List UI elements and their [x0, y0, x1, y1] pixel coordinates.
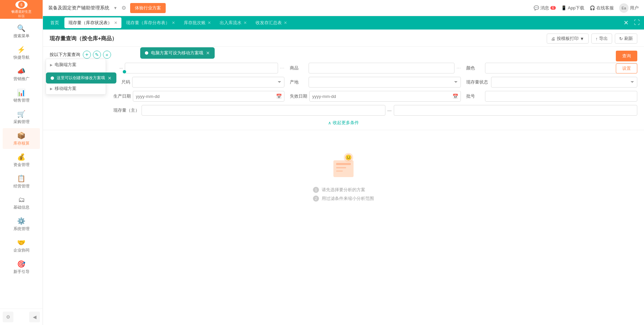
- sidebar-item-label: 库存核算: [13, 141, 30, 146]
- stock-main-start[interactable]: [142, 105, 385, 116]
- tab-label: 出入库流水: [220, 20, 241, 26]
- management-icon: 📋: [17, 174, 25, 182]
- tab-batch[interactable]: 库存批次账 ✕: [180, 17, 215, 28]
- export-btn[interactable]: ↑ 导出: [591, 34, 612, 44]
- sidebar-menu: 🔍 搜索菜单 ⚡ 快捷导航 📣 营销推广 📊 销售管理 🛒 采购管理 📦 库存核…: [0, 19, 43, 309]
- sidebar-item-basic[interactable]: 🗂 基础信息: [3, 193, 40, 213]
- sidebar-item-collab[interactable]: 🤝 企业协同: [3, 235, 40, 256]
- app-download-item[interactable]: 📱 App下载: [561, 5, 584, 11]
- brand-text: 畅通道好生意: [11, 9, 32, 14]
- sidebar-item-search[interactable]: 🔍 搜索菜单: [3, 21, 40, 42]
- calendar-icon-2: 📅: [452, 94, 458, 99]
- tooltip-close-btn-1[interactable]: ✕: [206, 50, 210, 56]
- sidebar-item-inventory[interactable]: 📦 库存核算: [3, 128, 40, 149]
- goods-input[interactable]: [125, 63, 278, 73]
- avatar: Ea: [619, 3, 629, 13]
- tab-fullscreen-icon[interactable]: ⛶: [633, 18, 641, 28]
- stock-main-end[interactable]: [394, 105, 638, 116]
- sidebar-item-guide[interactable]: 🎯 新手引导: [3, 257, 40, 277]
- sidebar-item-system[interactable]: ⚙️ 系统管理: [3, 214, 40, 234]
- sidebar-item-label: 资金管理: [13, 162, 30, 168]
- basic-icon: 🗂: [18, 196, 25, 204]
- tooltip-dot: [145, 51, 148, 55]
- filter-label: 按以下方案查询: [50, 52, 80, 58]
- message-item[interactable]: 💬 消息 6: [534, 5, 556, 11]
- main-area: 装备及固定资产辅助管理系统 ▼ ⚙ 体验行业方案 💬 消息 6 📱 App下载 …: [43, 0, 644, 325]
- connector-dot-1: [123, 70, 126, 73]
- size-select[interactable]: [132, 77, 284, 88]
- sidebar-settings-btn[interactable]: ⚙: [3, 312, 13, 322]
- refresh-btn[interactable]: ↻ 刷新: [615, 34, 637, 44]
- sidebar-item-sales[interactable]: 📊 销售管理: [3, 85, 40, 106]
- tab-close-all-icon[interactable]: ✕: [622, 18, 630, 28]
- tooltip-dot-2: [51, 76, 54, 80]
- system-icon: ⚙️: [17, 217, 25, 225]
- mfg-date-input[interactable]: [133, 91, 284, 102]
- online-service-item[interactable]: 🎧 在线客服: [590, 5, 614, 11]
- print-btn[interactable]: 🖨 按模板打印 ▼: [547, 34, 589, 44]
- sidebar-item-label: 销售管理: [13, 98, 30, 103]
- origin-select[interactable]: [309, 77, 461, 88]
- collab-icon: 🤝: [17, 238, 25, 247]
- tab-close-icon[interactable]: ✕: [284, 20, 287, 25]
- refresh-icon: ↻: [619, 36, 623, 41]
- goods-value-input[interactable]: [309, 63, 454, 73]
- goods-field-label: 商品: [290, 65, 307, 71]
- expiry-date-input[interactable]: [309, 91, 461, 102]
- scheme-parent-mobile[interactable]: ▶ 移动端方案: [46, 83, 106, 94]
- sidebar-item-label: 基础信息: [13, 205, 30, 210]
- user-label: 用户: [630, 5, 639, 11]
- tab-label: 现存量（库存状况表）: [68, 20, 112, 26]
- page-title: 现存量查询（按仓库+商品）: [50, 35, 117, 42]
- tab-inout-flow[interactable]: 出入库流水 ✕: [216, 17, 251, 28]
- stock-range-dash: —: [387, 108, 392, 113]
- export-label: 导出: [599, 36, 608, 42]
- sidebar-item-nav[interactable]: ⚡ 快捷导航: [3, 42, 40, 63]
- goods-field-dots: ···: [457, 65, 461, 71]
- expiry-date-label: 失效日期: [290, 93, 307, 99]
- color-select[interactable]: [485, 63, 637, 73]
- content-area: 现存量查询（按仓库+商品） 🖨 按模板打印 ▼ ↑ 导出 ↻ 刷新: [43, 30, 644, 325]
- tip-num-2: 2: [313, 196, 319, 202]
- set-btn[interactable]: 设置: [616, 63, 637, 73]
- tab-inventory-dist[interactable]: 现存量（库存分布表） ✕: [122, 17, 179, 28]
- tab-home[interactable]: 首页: [46, 17, 64, 28]
- tab-close-icon[interactable]: ✕: [172, 20, 175, 25]
- back-scheme-btn[interactable]: «: [103, 51, 111, 59]
- batch-input[interactable]: [485, 91, 637, 102]
- system-title: 装备及固定资产辅助管理系统: [48, 5, 109, 11]
- tab-close-icon[interactable]: ✕: [114, 20, 117, 25]
- top-bar-left: 装备及固定资产辅助管理系统 ▼ ⚙ 体验行业方案: [48, 3, 166, 13]
- sidebar-item-marketing[interactable]: 📣 营销推广: [3, 64, 40, 85]
- tab-summary[interactable]: 收发存汇总表 ✕: [252, 17, 291, 28]
- sidebar-item-purchase[interactable]: 🛒 采购管理: [3, 107, 40, 127]
- finance-icon: 💰: [17, 153, 25, 161]
- desktop-scheme-label: 电脑端方案: [55, 62, 76, 68]
- stock-status-select[interactable]: [491, 77, 637, 88]
- tooltip-close-btn-2[interactable]: ✕: [108, 75, 112, 81]
- print-dropdown-icon: ▼: [580, 36, 584, 41]
- collapse-btn[interactable]: ∧ 收起更多条件: [50, 120, 637, 126]
- tab-close-icon[interactable]: ✕: [244, 20, 247, 25]
- tab-bar: 首页 现存量（库存状况表） ✕ 现存量（库存分布表） ✕ 库存批次账 ✕ 出入库…: [43, 16, 644, 30]
- query-btn[interactable]: 查询: [616, 51, 637, 61]
- industry-btn[interactable]: 体验行业方案: [130, 3, 166, 13]
- collapse-label: 收起更多条件: [333, 120, 359, 126]
- edit-scheme-btn[interactable]: ✎: [93, 51, 101, 59]
- add-scheme-btn[interactable]: +: [83, 51, 91, 59]
- tab-inventory-status[interactable]: 现存量（库存状况表） ✕: [64, 17, 121, 28]
- system-title-dropdown[interactable]: ▼: [113, 6, 117, 10]
- settings-icon[interactable]: ⚙: [121, 5, 126, 11]
- filter-fields-area: ··· ··· 商品 ··· 颜色: [113, 63, 637, 116]
- phone-icon: 📱: [561, 5, 567, 10]
- page-header: 现存量查询（按仓库+商品） 🖨 按模板打印 ▼ ↑ 导出 ↻ 刷新: [43, 30, 644, 47]
- sidebar-collapse-btn[interactable]: ◀: [29, 312, 40, 322]
- user-item[interactable]: Ea 用户: [619, 3, 639, 13]
- sidebar-item-finance[interactable]: 💰 资金管理: [3, 150, 40, 170]
- sales-icon: 📊: [17, 89, 25, 97]
- sidebar: 6 畅通道好生意 标版 🔍 搜索菜单 ⚡ 快捷导航 📣 营销推广 📊 销售管理 …: [0, 0, 43, 325]
- sidebar-item-management[interactable]: 📋 经营管理: [3, 171, 40, 192]
- sidebar-bottom: ⚙ ◀: [0, 309, 43, 325]
- tab-close-icon[interactable]: ✕: [208, 20, 211, 25]
- scheme-parent-desktop[interactable]: ▶ 电脑端方案: [46, 59, 106, 70]
